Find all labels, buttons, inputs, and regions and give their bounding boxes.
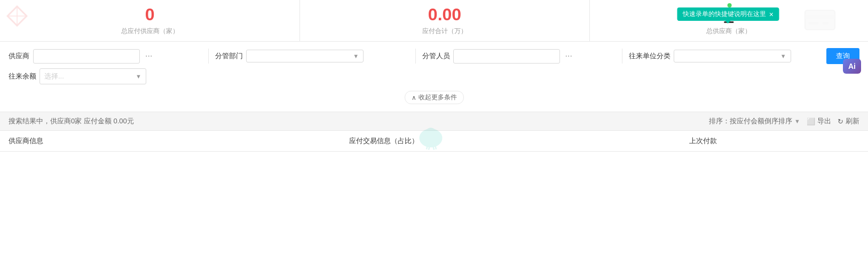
stat-payable-total-area: 0.00 应付合计（万） [300, 0, 589, 41]
unit-class-filter-label: 往来单位分类 [629, 51, 670, 61]
person-filter-label: 分管人员 [422, 51, 450, 61]
tooltip-dot [728, 3, 732, 7]
balance-placeholder: 选择... [44, 72, 64, 81]
tooltip-text: 快速录单的快捷键说明在这里 [683, 10, 766, 19]
col-supplier-header: 供应商信息 [9, 136, 349, 146]
unit-class-select[interactable]: ▼ [674, 50, 791, 62]
person-input[interactable] [453, 49, 560, 64]
stat-total-suppliers: 快速录单的快捷键说明在这里 × 0 总供应商（家） [590, 0, 868, 41]
tooltip-close-btn[interactable]: × [769, 11, 774, 18]
balance-filter-group: 往来余额 选择... ▼ [9, 68, 859, 84]
payable-total-count: 0.00 [428, 5, 461, 24]
department-filter-group: 分管部门 ▼ [215, 50, 408, 62]
unit-class-chevron-icon: ▼ [780, 53, 786, 59]
filter-row-1: 供应商 ··· 分管部门 ▼ 分管人员 ··· 往来单位分类 ▼ [9, 48, 859, 64]
svg-rect-11 [808, 22, 819, 24]
refresh-icon: ↻ [838, 117, 843, 125]
collapse-label: 收起更多条件 [419, 93, 457, 102]
stat-payable-suppliers: 0 总应付供应商（家） [0, 0, 300, 41]
unit-class-filter-group: 往来单位分类 ▼ [629, 50, 822, 62]
divider-3 [622, 49, 622, 64]
supplier-input[interactable] [33, 49, 140, 64]
svg-rect-10 [805, 14, 835, 19]
payable-suppliers-count: 0 [145, 5, 155, 24]
filter-row-2: 往来余额 选择... ▼ [9, 68, 859, 84]
collapse-row: ∧ 收起更多条件 [9, 89, 859, 107]
person-dots-btn[interactable]: ··· [563, 51, 574, 61]
payable-total-label: 应付合计（万） [422, 27, 467, 36]
total-suppliers-label: 总供应商（家） [706, 27, 751, 36]
sort-select[interactable]: 排序：按应付会额倒序排序 ▼ [709, 116, 800, 126]
filter-bar: 供应商 ··· 分管部门 ▼ 分管人员 ··· 往来单位分类 ▼ [0, 42, 868, 112]
col-transaction-header: 应付交易信息（占比） [349, 136, 690, 146]
supplier-filter-group: 供应商 ··· [9, 49, 202, 64]
department-chevron-icon: ▼ [353, 53, 359, 59]
supplier-filter-label: 供应商 [9, 51, 30, 61]
collapse-up-icon: ∧ [412, 94, 416, 101]
diamond-icon [6, 5, 28, 28]
refresh-label: 刷新 [846, 116, 859, 126]
department-filter-label: 分管部门 [215, 51, 243, 61]
sort-chevron-icon: ▼ [794, 118, 800, 124]
payable-total-stat: 0.00 应付合计（万） [422, 5, 467, 35]
ai-panel: Ai [836, 59, 868, 74]
balance-select[interactable]: 选择... ▼ [40, 68, 146, 84]
tooltip-container: 快速录单的快捷键说明在这里 × [724, 3, 732, 7]
divider-1 [208, 49, 209, 64]
results-actions: 排序：按应付会额倒序排序 ▼ ⬜ 导出 ↻ 刷新 [709, 116, 859, 126]
export-label: 导出 [817, 116, 831, 126]
table-content-area [0, 152, 868, 275]
refresh-btn[interactable]: ↻ 刷新 [838, 116, 859, 126]
card-icon [804, 9, 836, 32]
payable-suppliers-label: 总应付供应商（家） [121, 27, 179, 36]
tooltip-bubble: 快速录单的快捷键说明在这里 × [677, 7, 779, 21]
supplier-dots-btn[interactable]: ··· [143, 51, 154, 61]
balance-chevron-icon: ▼ [136, 73, 141, 80]
department-select[interactable]: ▼ [246, 50, 364, 62]
collapse-btn[interactable]: ∧ 收起更多条件 [405, 91, 464, 104]
balance-filter-label: 往来余额 [9, 72, 36, 81]
ai-button[interactable]: Ai [843, 59, 861, 74]
export-btn[interactable]: ⬜ 导出 [807, 116, 831, 126]
svg-rect-12 [822, 22, 828, 24]
sort-label: 排序：按应付会额倒序排序 [709, 116, 792, 126]
svg-rect-9 [805, 10, 835, 29]
divider-2 [415, 49, 416, 64]
piggy-icon [415, 121, 447, 154]
stats-bar: 0 总应付供应商（家） 0.00 应付合计（万） 快速录单的快捷键说明在这 [0, 0, 868, 42]
export-icon: ⬜ [807, 117, 815, 125]
results-summary: 搜索结果中，供应商0家 应付金额 0.00元 [9, 116, 134, 126]
col-lastpay-header: 上次付款 [689, 136, 859, 146]
svg-point-4 [436, 133, 441, 138]
person-filter-group: 分管人员 ··· [422, 49, 616, 64]
